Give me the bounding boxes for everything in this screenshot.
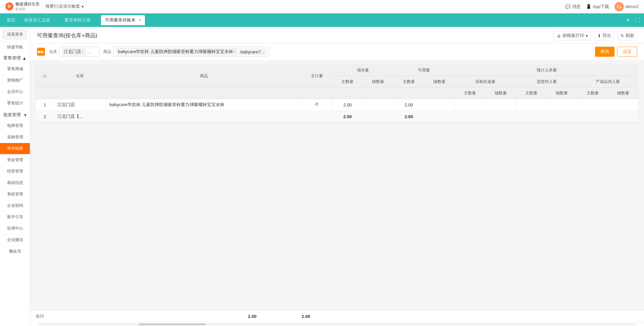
- sidebar-item-system[interactable]: 系统管理: [0, 189, 30, 200]
- tab-order-stat[interactable]: 要货单统计表 ×: [60, 15, 100, 25]
- column-setting-icon[interactable]: ⚙: [43, 74, 47, 79]
- filter-bar: ▶▶ 仓库 江北门店 × ... 商品 babycare学饮杯 儿童防摔防撞吸管…: [30, 43, 644, 60]
- td-inbound-aux-2: [547, 111, 577, 123]
- avatar: Ea: [614, 2, 624, 11]
- sidebar-item-member-center[interactable]: 会员中心: [0, 86, 30, 98]
- td-purchase-main-2: [455, 111, 485, 123]
- th-purchase-transit: 采购在途量: [455, 76, 516, 88]
- td-index-2: 2: [36, 111, 54, 123]
- sidebar-item-quicknav[interactable]: 快捷导航: [0, 42, 30, 52]
- sidebar-item-retail-stats[interactable]: 零售统计: [0, 98, 30, 109]
- filter-actions: 查询 设置: [595, 47, 637, 57]
- tab-recv-send-close[interactable]: ×: [54, 18, 56, 22]
- search-menu-btn[interactable]: 搜索菜单: [3, 30, 27, 39]
- close-all-tabs-btn[interactable]: ✕: [625, 16, 631, 24]
- query-button[interactable]: 查询: [595, 47, 614, 57]
- td-avail-main-2: 2.00: [393, 111, 424, 123]
- th-empty-6: [363, 88, 393, 99]
- td-product: babycare学饮杯 儿童防摔防撞吸管杯重力球吸嘴杯宝宝水杯: [106, 99, 302, 111]
- message-label: 消息: [572, 4, 581, 10]
- th-inbound-aux: 辅数量: [547, 88, 577, 99]
- sidebar-item-finance[interactable]: 资金管理: [0, 154, 30, 166]
- sidebar-item-purchase[interactable]: 采购管理: [0, 132, 30, 143]
- tab-order-stat-label: 要货单统计表: [64, 17, 91, 23]
- sidebar-item-basic-info[interactable]: 基础信息: [0, 177, 30, 189]
- horizontal-scrollbar[interactable]: [30, 322, 644, 326]
- sidebar-item-new-guide[interactable]: 新手引导: [0, 212, 30, 223]
- scrollbar-track: [38, 323, 636, 325]
- settings-button[interactable]: 设置: [617, 47, 637, 57]
- sidebar-item-retail-mall[interactable]: 零售商城: [0, 63, 30, 75]
- chevron-up-icon: ▲: [22, 56, 26, 61]
- tab-available-stock[interactable]: 可用量库存账本 ×: [101, 15, 145, 25]
- sidebar-item-marketing[interactable]: 营销推广: [0, 75, 30, 86]
- td-warehouse-2: 江北门店【...: [54, 111, 106, 123]
- td-purchase-aux-2: [485, 111, 516, 123]
- message-icon: 💬: [565, 4, 571, 9]
- export-label: 导出: [602, 33, 611, 39]
- maximize-btn[interactable]: ⛶: [634, 16, 641, 24]
- print-icon: 🖨: [557, 33, 561, 38]
- th-current-stock: 现存量: [332, 65, 394, 76]
- sidebar-group-wholesale-label: 批发管理: [3, 112, 21, 118]
- sidebar-item-member-vip[interactable]: 畅会员: [0, 246, 30, 257]
- product-tag-1-remove[interactable]: ×: [234, 50, 236, 54]
- th-available: 可用量: [393, 65, 455, 76]
- sidebar-item-app-center[interactable]: 应用中心: [0, 223, 30, 234]
- refresh-btn[interactable]: ↻ 刷新: [618, 31, 637, 40]
- print-label: 按模板打印: [562, 33, 584, 39]
- product-filter-group: 商品 babycare学饮杯 儿童防摔防撞吸管杯重力球吸嘴杯宝宝水杯 × bab…: [103, 47, 269, 57]
- warehouse-input[interactable]: 江北门店 × ...: [59, 47, 99, 57]
- th-setting: ⚙: [36, 65, 54, 88]
- logo-area: 好 畅捷通好生意 标准版: [5, 2, 40, 11]
- user-area[interactable]: Ea demo2: [614, 2, 639, 11]
- warehouse-more-dots[interactable]: ...: [87, 49, 91, 54]
- total-label: 合计: [36, 313, 44, 319]
- scrollbar-thumb[interactable]: [139, 323, 206, 325]
- product-input[interactable]: babycare学饮杯 儿童防摔防撞吸管杯重力球吸嘴杯宝宝水杯 × babyca…: [113, 47, 269, 57]
- th-empty-5: [332, 88, 363, 99]
- sidebar-item-ecommerce[interactable]: 电商管理: [0, 120, 30, 132]
- sidebar-item-operations[interactable]: 经营管理: [0, 166, 30, 177]
- warehouse-tag-remove[interactable]: ×: [82, 50, 84, 54]
- th-prodpending-main: 主数量: [577, 88, 608, 99]
- tab-recv-send[interactable]: 收发存汇总表 ×: [20, 15, 60, 25]
- table-wrapper: ⚙ 仓库 商品 主计量 现存量 可用量 预计入库量 主数量 辅数量 主数量: [36, 64, 639, 123]
- td-unit-2: [302, 111, 332, 123]
- user-name: demo2: [625, 4, 639, 9]
- page-header-actions: 🖨 按模板打印 ▾ ⬇ 导出 ↻ 刷新: [554, 31, 637, 40]
- tab-home-label: 首页: [7, 17, 15, 23]
- sidebar-item-inventory[interactable]: 库存核算: [0, 143, 30, 154]
- td-current-main: 2.00: [332, 99, 363, 111]
- sidebar-group-wholesale[interactable]: 批发管理 ▾: [0, 109, 30, 120]
- export-btn[interactable]: ⬇ 导出: [594, 31, 614, 40]
- print-btn[interactable]: 🖨 按模板打印 ▾: [554, 31, 591, 40]
- th-empty-8: [424, 88, 454, 99]
- table-area: ⚙ 仓库 商品 主计量 现存量 可用量 预计入库量 主数量 辅数量 主数量: [30, 60, 644, 310]
- td-warehouse: 江北门店: [54, 99, 106, 111]
- th-planned-inbound: 预计入库量: [455, 65, 638, 76]
- sidebar-item-enterprise-wechat[interactable]: 企业微信: [0, 234, 30, 246]
- filter-expand-btn[interactable]: ▶▶: [37, 48, 45, 56]
- td-prod-main-2: [577, 111, 608, 123]
- th-warehouse: 仓库: [54, 65, 106, 88]
- refresh-icon: ↻: [621, 33, 624, 38]
- td-avail-aux-2: [424, 111, 454, 123]
- sidebar: 搜索菜单 快捷导航 零售管理 ▲ 零售商城 营销推广 会员中心 零售统计 批发管…: [0, 27, 30, 326]
- logo-sub: 标准版: [15, 7, 40, 11]
- top-bar-left: 好 畅捷通好生意 标准版 母婴行业演示账套 ▾: [5, 2, 87, 11]
- message-btn[interactable]: 💬 消息: [565, 4, 581, 10]
- tab-order-stat-close[interactable]: ×: [94, 18, 96, 22]
- product-tag-1-text: babycare学饮杯 儿童防摔防撞吸管杯重力球吸嘴杯宝宝水杯: [118, 49, 233, 55]
- app-download-btn[interactable]: 📱 App下载: [586, 4, 609, 10]
- product-tag-2-text: babycare?...: [240, 49, 265, 54]
- tab-available-stock-close[interactable]: ×: [139, 18, 141, 22]
- industry-selector[interactable]: 母婴行业演示账套 ▾: [42, 2, 87, 11]
- warehouse-filter-group: 仓库 江北门店 × ...: [49, 47, 99, 57]
- sidebar-item-enterprise-collab[interactable]: 企业协同: [0, 200, 30, 212]
- tab-home[interactable]: 首页: [3, 15, 19, 25]
- sidebar-group-retail[interactable]: 零售管理 ▲: [0, 52, 30, 63]
- td-current-main-2: 2.00: [332, 111, 363, 123]
- th-inbound-main: 主数量: [516, 88, 546, 99]
- th-empty-4: [302, 88, 332, 99]
